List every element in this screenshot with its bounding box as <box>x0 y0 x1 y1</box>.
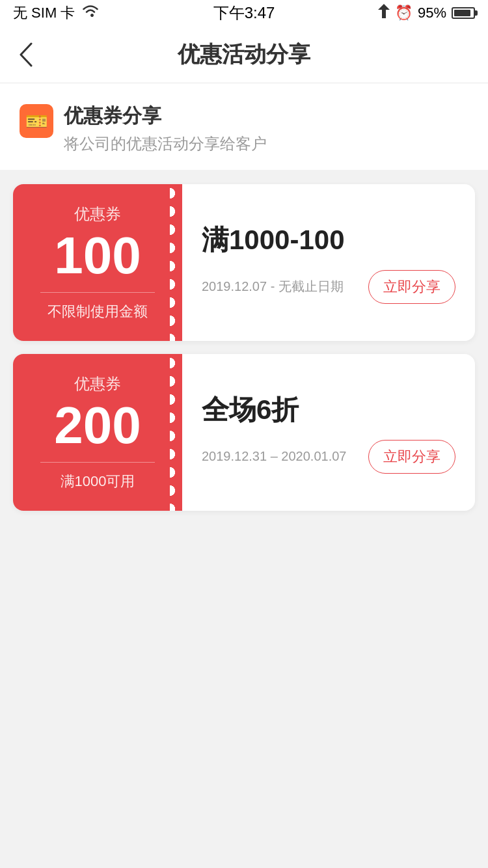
section-subtitle: 将公司的优惠活动分享给客户 <box>64 133 267 154</box>
battery-percent: 95% <box>418 5 446 21</box>
coupon-divider-1 <box>40 292 155 293</box>
coupon-condition-1: 不限制使用金额 <box>47 302 148 321</box>
coupon-list: 优惠券 100 不限制使用金额 满1000-100 2019.12.07 - 无… <box>0 171 488 524</box>
status-bar: 无 SIM 卡 下午3:47 ⏰ 95% <box>0 0 488 26</box>
bottom-space <box>0 524 488 868</box>
battery-icon <box>452 7 475 19</box>
back-button[interactable] <box>18 42 33 67</box>
status-time: 下午3:47 <box>213 3 275 23</box>
coupon-card-2: 优惠券 200 满1000可用 全场6折 2019.12.31 – 2020.0… <box>13 354 475 511</box>
carrier-text: 无 SIM 卡 <box>13 3 75 23</box>
coupon-label-1: 优惠券 <box>74 204 121 224</box>
status-right: ⏰ 95% <box>378 4 475 22</box>
coupon-date-2: 2019.12.31 – 2020.01.07 <box>202 449 346 464</box>
share-button-1[interactable]: 立即分享 <box>368 270 455 304</box>
coupon-divider-2 <box>40 462 155 463</box>
section-icon: 🎫 <box>20 104 53 138</box>
status-left: 无 SIM 卡 <box>13 3 100 23</box>
coupon-left-2: 优惠券 200 满1000可用 <box>13 354 182 511</box>
coupon-card-1: 优惠券 100 不限制使用金额 满1000-100 2019.12.07 - 无… <box>13 184 475 341</box>
section-text-group: 优惠券分享 将公司的优惠活动分享给客户 <box>64 103 267 154</box>
wifi-icon <box>81 4 100 22</box>
coupon-name-1: 满1000-100 <box>202 222 455 258</box>
coupon-date-row-2: 2019.12.31 – 2020.01.07 立即分享 <box>202 440 455 474</box>
coupon-right-1: 满1000-100 2019.12.07 - 无截止日期 立即分享 <box>182 184 475 341</box>
coupon-date-1: 2019.12.07 - 无截止日期 <box>202 278 344 295</box>
alarm-icon: ⏰ <box>395 5 413 21</box>
coupon-right-2: 全场6折 2019.12.31 – 2020.01.07 立即分享 <box>182 354 475 511</box>
coupon-condition-2: 满1000可用 <box>61 472 135 491</box>
section-header: 🎫 优惠券分享 将公司的优惠活动分享给客户 <box>0 83 488 170</box>
coupon-date-row-1: 2019.12.07 - 无截止日期 立即分享 <box>202 270 455 304</box>
location-icon <box>378 4 390 22</box>
coupon-label-2: 优惠券 <box>74 373 121 394</box>
section-title: 优惠券分享 <box>64 103 267 129</box>
coupon-name-2: 全场6折 <box>202 392 455 428</box>
share-button-2[interactable]: 立即分享 <box>368 440 455 474</box>
coupon-amount-2: 200 <box>54 400 141 452</box>
coupon-amount-1: 100 <box>54 230 141 282</box>
coupon-left-1: 优惠券 100 不限制使用金额 <box>13 184 182 341</box>
nav-bar: 优惠活动分享 <box>0 26 488 83</box>
page-title: 优惠活动分享 <box>178 40 310 70</box>
